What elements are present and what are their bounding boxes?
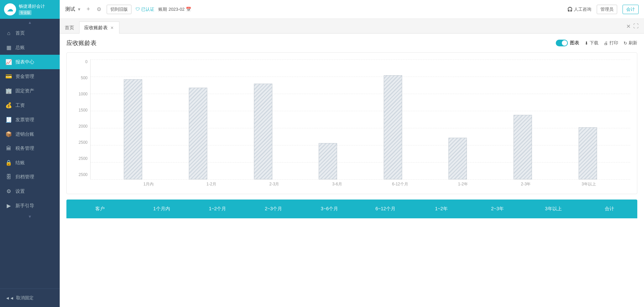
refresh-btn[interactable]: ↻ 刷新	[624, 40, 637, 46]
settings-icon: ⚙	[5, 188, 12, 194]
print-icon: 🖨	[604, 41, 608, 46]
page-title: 应收账龄表	[66, 39, 97, 47]
bar-group-3	[319, 143, 337, 180]
pin-left-icon: ◄◄	[5, 296, 14, 301]
bar-0	[124, 79, 142, 179]
support-icon: 🎧	[567, 7, 573, 12]
bar-group-6	[514, 115, 532, 179]
chart-plot: 1月内 1-2月 2-3月 3-6月 6-12个月 1-2年 2-3年 3年以上	[90, 59, 630, 187]
chart-container: 2500 2500 2500 2000 1500 1000 500 0	[66, 52, 637, 194]
bar-6	[514, 115, 532, 179]
cancel-fixed-btn[interactable]: ◄◄ 取消固定	[0, 292, 60, 304]
page-header: 应收账龄表 图表 ⬇ 下载 🖨 打印 ↻	[66, 39, 637, 47]
th-3plus-year: 3年以上	[525, 206, 581, 212]
th-6-12month: 6~12个月	[358, 206, 414, 212]
grid-line-bottom	[91, 179, 630, 180]
accounting-btn[interactable]: 会计	[623, 5, 639, 14]
sidebar-item-invoice[interactable]: 🧾 发票管理	[0, 113, 60, 127]
period-info: 账期 2023-02 📅	[158, 6, 191, 12]
support-btn[interactable]: 🎧 人工咨询	[567, 6, 591, 12]
sidebar-item-reports[interactable]: 📈 报表中心	[0, 55, 60, 69]
sidebar-item-guide[interactable]: ▶ 新手引导	[0, 199, 60, 213]
bar-chart: 2500 2500 2500 2000 1500 1000 500 0	[73, 59, 630, 187]
sidebar-item-close-accounts[interactable]: 🔒 结账	[0, 156, 60, 170]
inventory-icon: 📦	[5, 131, 12, 137]
expand-window-btn[interactable]: ⛶	[633, 23, 639, 29]
bar-3	[319, 143, 337, 180]
header-right: 🎧 人工咨询 管理员 会计	[567, 5, 639, 14]
sidebar-item-capital[interactable]: 💳 资金管理	[0, 69, 60, 84]
invoice-icon: 🧾	[5, 117, 12, 123]
company-dropdown-icon: ▼	[77, 7, 81, 12]
admin-btn[interactable]: 管理员	[597, 5, 617, 14]
reports-icon: 📈	[5, 59, 12, 65]
tab-bar-actions: ✕ ⛶	[626, 23, 639, 29]
page-actions: 图表 ⬇ 下载 🖨 打印 ↻ 刷新	[556, 40, 637, 46]
x-axis: 1月内 1-2月 2-3月 3-6月 6-12个月 1-2年 2-3年 3年以上	[90, 179, 630, 187]
sidebar-item-tax[interactable]: 🏛 税务管理	[0, 141, 60, 156]
sidebar-item-salary[interactable]: 💰 工资	[0, 98, 60, 113]
refresh-icon: ↻	[624, 41, 627, 46]
archive-icon: 🗄	[5, 174, 12, 180]
y-axis: 2500 2500 2500 2000 1500 1000 500 0	[73, 59, 90, 187]
header-settings-btn[interactable]: ⚙	[95, 5, 103, 14]
sidebar-item-settings[interactable]: ⚙ 设置	[0, 184, 60, 199]
chart-grid	[90, 59, 630, 179]
bar-group-4	[384, 75, 402, 179]
sidebar-bottom: ◄◄ 取消固定	[0, 289, 60, 307]
bar-1	[189, 88, 207, 179]
sidebar-item-archive[interactable]: 🗄 归档管理	[0, 170, 60, 184]
page-inner: 应收账龄表 图表 ⬇ 下载 🖨 打印 ↻	[60, 34, 644, 307]
th-1-2month: 1~2个月	[190, 206, 246, 212]
bar-group-5	[448, 138, 467, 179]
bars-area	[91, 59, 630, 179]
add-company-btn[interactable]: +	[85, 4, 92, 14]
print-btn[interactable]: 🖨 打印	[604, 40, 618, 46]
bar-group-7	[579, 127, 597, 179]
th-1-2year: 1~2年	[414, 206, 470, 212]
sidebar-item-inventory[interactable]: 📦 进销台账	[0, 127, 60, 141]
bar-group-2	[254, 84, 272, 179]
page-content: 应收账龄表 图表 ⬇ 下载 🖨 打印 ↻	[60, 34, 644, 307]
bar-5	[448, 138, 467, 179]
close-window-btn[interactable]: ✕	[626, 23, 631, 29]
logo-icon: ☁	[4, 3, 16, 15]
toggle-switch[interactable]	[556, 40, 568, 46]
switch-old-btn[interactable]: 切到旧版	[107, 5, 131, 14]
logo-text: 畅捷通好会计 专业版	[19, 4, 45, 15]
certified-icon: 🛡	[136, 7, 140, 12]
calendar-icon[interactable]: 📅	[186, 7, 191, 12]
sidebar-nav: ▲ ⌂ 首页 ▦ 总账 📈 报表中心 💳 资金管理 🏢 固定资产 💰 工资 🧾 …	[0, 19, 60, 289]
th-3-6month: 3~6个月	[302, 206, 358, 212]
company-selector[interactable]: 测试 ▼	[65, 6, 81, 12]
logo-area: ☁ 畅捷通好会计 专业版	[0, 0, 60, 19]
bar-7	[579, 127, 597, 179]
sidebar-item-assets[interactable]: 🏢 固定资产	[0, 84, 60, 98]
tax-icon: 🏛	[5, 145, 12, 151]
capital-icon: 💳	[5, 73, 12, 80]
chart-toggle-label: 图表	[570, 40, 579, 46]
close-accounts-icon: 🔒	[5, 160, 12, 166]
bar-4	[384, 75, 402, 179]
sidebar-item-ledger[interactable]: ▦ 总账	[0, 40, 60, 55]
scroll-down-indicator[interactable]: ▼	[0, 213, 60, 220]
bar-group-1	[189, 88, 207, 179]
assets-icon: 🏢	[5, 88, 12, 94]
tab-home[interactable]: 首页	[60, 21, 79, 34]
tab-close-icon[interactable]: ✕	[110, 25, 114, 31]
bar-2	[254, 84, 272, 179]
download-btn[interactable]: ⬇ 下载	[585, 40, 598, 46]
home-icon: ⌂	[5, 30, 12, 36]
th-2-3year: 2~3年	[469, 206, 525, 212]
download-icon: ⬇	[585, 41, 588, 46]
tab-aging[interactable]: 应收账龄表 ✕	[79, 21, 119, 34]
sidebar-item-home[interactable]: ⌂ 首页	[0, 26, 60, 40]
th-total: 合计	[581, 206, 637, 212]
chart-toggle[interactable]: 图表	[556, 40, 579, 46]
main-content: 测试 ▼ + ⚙ 切到旧版 🛡 已认证 账期 2023-02 📅 🎧 人工咨询 …	[60, 0, 644, 307]
top-header: 测试 ▼ + ⚙ 切到旧版 🛡 已认证 账期 2023-02 📅 🎧 人工咨询 …	[60, 0, 644, 19]
table-header: 客户 1个月内 1~2个月 2~3个月 3~6个月 6~12个月 1~2年 2~…	[66, 200, 637, 218]
ledger-icon: ▦	[5, 44, 12, 51]
salary-icon: 💰	[5, 102, 12, 108]
scroll-up-indicator[interactable]: ▲	[0, 19, 60, 26]
